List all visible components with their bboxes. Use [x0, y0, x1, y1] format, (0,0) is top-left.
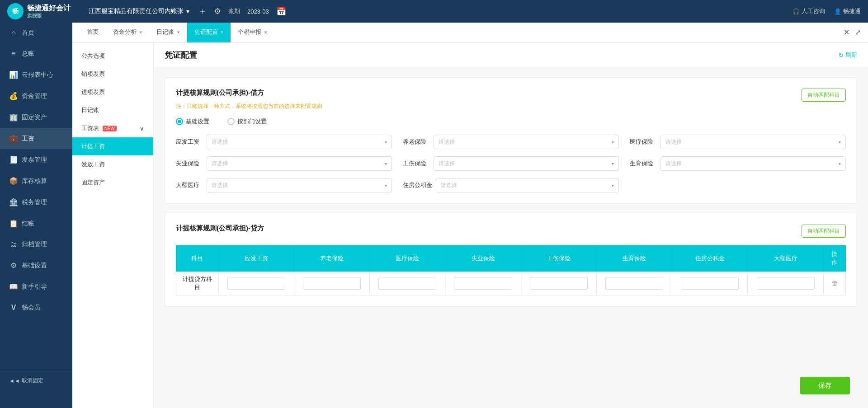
sidebar-label-archive: 归档管理 [22, 240, 47, 249]
tab-tax-close[interactable]: × [264, 29, 267, 35]
app-name: 畅捷通好会计 [27, 4, 71, 12]
table-header-row: 科目 应发工资 养老保险 医疗保险 失业保险 工伤保险 生育保险 住房公积金 大… [176, 246, 846, 272]
sidebar-item-archive[interactable]: 🗂 归档管理 [0, 234, 72, 255]
left-nav-salary-pay[interactable]: 发放工资 [72, 155, 153, 174]
row-work-injury-cell [521, 272, 596, 295]
sidebar-item-salary[interactable]: 💼 工资 [0, 128, 72, 149]
sidebar-item-home[interactable]: ⌂ 首页 [0, 23, 72, 43]
period-value: 2023-03 [247, 8, 269, 15]
tab-journal[interactable]: 日记账 × [149, 23, 187, 42]
cancel-pin-button[interactable]: ◄◄ 取消固定 [0, 371, 72, 390]
tab-home[interactable]: 首页 [80, 23, 106, 42]
work-injury-label: 工伤保险 [403, 159, 430, 168]
sidebar-item-invoice[interactable]: 🧾 发票管理 [0, 149, 72, 170]
sidebar-item-assets[interactable]: 🏢 固定资产 [0, 107, 72, 128]
tab-voucher-label: 凭证配置 [194, 28, 218, 36]
salary-select[interactable]: 请选择 ▾ [207, 135, 392, 149]
save-button[interactable]: 保存 [800, 377, 850, 394]
tab-journal-label: 日记账 [156, 28, 174, 36]
left-nav-public[interactable]: 公共选项 [72, 47, 153, 65]
tab-funds-analysis[interactable]: 资金分析 × [106, 23, 149, 42]
add-icon[interactable]: ＋ [198, 6, 207, 17]
sidebar-item-settings[interactable]: ⚙ 基础设置 [0, 255, 72, 276]
tab-home-label: 首页 [87, 28, 99, 36]
delete-row-icon[interactable]: 🗑 [831, 280, 838, 287]
row-housing-fund-input[interactable] [681, 277, 739, 290]
radio-dept[interactable]: 按部门设置 [227, 117, 267, 126]
tab-voucher-close[interactable]: × [221, 29, 223, 35]
left-nav-purchase[interactable]: 进项发票 [72, 83, 153, 101]
left-nav-sales[interactable]: 销项发票 [72, 65, 153, 83]
tab-tax[interactable]: 个税申报 × [231, 23, 274, 42]
user-avatar-icon: 👤 [834, 8, 841, 15]
tab-journal-close[interactable]: × [177, 29, 179, 35]
row-maternity-input[interactable] [605, 277, 663, 290]
credit-auto-match-button[interactable]: 自动匹配科目 [802, 225, 846, 238]
settings-icon[interactable]: ⚙ [214, 6, 221, 16]
pension-select[interactable]: 请选择 ▾ [434, 135, 619, 149]
large-medical-select[interactable]: 请选择 ▾ [207, 178, 392, 192]
sidebar-item-tax[interactable]: 🏦 税务管理 [0, 192, 72, 213]
close-tab-icon[interactable]: ✕ [844, 28, 849, 37]
sidebar-item-reports[interactable]: 📊 云报表中心 [0, 64, 72, 85]
content-area: 首页 资金分析 × 日记账 × 凭证配置 × 个税申报 × ✕ ⤢ [72, 23, 868, 408]
left-nav-salary-table[interactable]: 工资表 NEW ∨ [72, 119, 153, 137]
content-body: 计提核算规则(公司承担)-借方 注：只能选择一种方式，系统将按照您当前的选择来配… [154, 68, 868, 325]
sidebar-label-settlement: 结账 [22, 220, 34, 228]
large-medical-label: 大额医疗 [176, 181, 203, 189]
radio-basic[interactable]: 基础设置 [176, 117, 209, 126]
archive-icon: 🗂 [9, 240, 18, 249]
maternity-placeholder: 请选择 [665, 160, 682, 168]
debit-auto-match-button[interactable]: 自动匹配科目 [802, 89, 846, 102]
logo-icon: 畅 [7, 3, 24, 19]
maternity-select[interactable]: 请选择 ▾ [660, 156, 846, 171]
maximize-icon[interactable]: ⤢ [855, 28, 861, 37]
logo-area: 畅 畅捷通好会计 旗舰版 [7, 3, 80, 19]
sidebar-item-ledger[interactable]: ≡ 总账 [0, 43, 72, 64]
col-pension: 养老保险 [294, 246, 369, 272]
sidebar-item-guide[interactable]: 📖 新手引导 [0, 276, 72, 297]
row-medical-input[interactable] [378, 277, 436, 290]
refresh-button[interactable]: ↻ 刷新 [839, 51, 857, 59]
support-button[interactable]: 🎧 人工咨询 [793, 7, 825, 15]
tab-funds-close[interactable]: × [139, 29, 142, 35]
sidebar: ⌂ 首页 ≡ 总账 📊 云报表中心 💰 资金管理 🏢 固定资产 💼 工资 🧾 发… [0, 23, 72, 408]
row-salary-cell [218, 272, 294, 295]
sidebar-item-funds[interactable]: 💰 资金管理 [0, 85, 72, 107]
refresh-label: 刷新 [845, 51, 857, 59]
sidebar-label-settings: 基础设置 [22, 262, 47, 270]
sidebar-item-vip[interactable]: V 畅会员 [0, 297, 72, 318]
sidebar-item-inventory[interactable]: 📦 库存核算 [0, 170, 72, 192]
unemployment-label: 失业保险 [176, 159, 203, 168]
row-work-injury-input[interactable] [530, 277, 588, 290]
row-pension-input[interactable] [303, 277, 361, 290]
user-area[interactable]: 👤 畅捷通 [834, 7, 861, 15]
debit-section: 计提核算规则(公司承担)-借方 注：只能选择一种方式，系统将按照您当前的选择来配… [165, 77, 857, 204]
company-name: 江西服宝精品有限责任公司内账张 [89, 7, 184, 15]
work-injury-select[interactable]: 请选择 ▾ [434, 156, 619, 171]
company-selector[interactable]: 江西服宝精品有限责任公司内账张 ▾ [89, 7, 189, 15]
cancel-pin-label: 取消固定 [22, 377, 43, 385]
left-nav-fixed-assets[interactable]: 固定资产 [72, 174, 153, 192]
row-salary-input[interactable] [227, 277, 285, 290]
housing-fund-select[interactable]: 请选择 ▾ [436, 178, 619, 192]
pension-label: 养老保险 [403, 138, 430, 146]
left-nav-journal[interactable]: 日记账 [72, 101, 153, 119]
page-title: 凭证配置 [165, 50, 197, 61]
form-item-maternity: 生育保险 请选择 ▾ [630, 156, 846, 171]
sidebar-item-settlement[interactable]: 📋 结账 [0, 213, 72, 234]
new-badge: NEW [103, 126, 117, 131]
calendar-icon[interactable]: 📅 [276, 6, 286, 16]
sidebar-label-assets: 固定资产 [22, 113, 47, 122]
medical-select[interactable]: 请选择 ▾ [660, 135, 846, 149]
unemployment-placeholder: 请选择 [212, 160, 228, 168]
reports-icon: 📊 [9, 70, 18, 79]
row-large-medical-input[interactable] [757, 277, 815, 290]
top-bar-right: 🎧 人工咨询 👤 畅捷通 [793, 7, 861, 15]
tab-voucher-config[interactable]: 凭证配置 × [187, 23, 231, 42]
row-unemployment-input[interactable] [454, 277, 512, 290]
maternity-label: 生育保险 [630, 159, 657, 168]
invoice-icon: 🧾 [9, 155, 18, 164]
unemployment-select[interactable]: 请选择 ▾ [207, 156, 392, 171]
left-nav-salary-calc[interactable]: 计提工资 [72, 137, 153, 155]
